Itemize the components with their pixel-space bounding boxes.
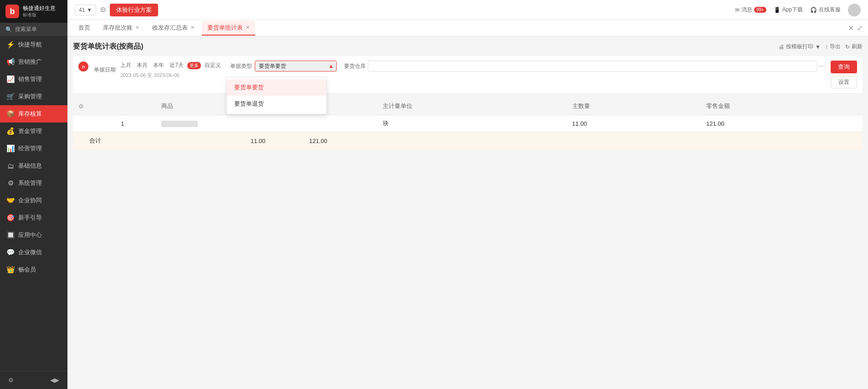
date-btn-last-month[interactable]: 上月 bbox=[118, 61, 133, 70]
page-content: 要货单统计表(按商品) 🖨 按模板打印 ▼ ↑ 导出 ↻ 刷新 » bbox=[67, 36, 868, 389]
print-template-btn[interactable]: 🖨 按模板打印 ▼ bbox=[779, 43, 821, 51]
logo-text: 畅捷通好生意 标准版 bbox=[23, 5, 56, 18]
page-title-bar: 要货单统计表(按商品) 🖨 按模板打印 ▼ ↑ 导出 ↻ 刷新 bbox=[73, 42, 863, 51]
filter-settings-button[interactable]: 设置 bbox=[831, 76, 857, 88]
sidebar: b 畅捷通好生意 标准版 🔍 搜索菜单 ⚡ 快捷导航 📢 营销推广 📈 销售管理… bbox=[0, 0, 67, 389]
online-service-btn[interactable]: 🎧 在线客服 bbox=[810, 6, 841, 14]
message-btn[interactable]: ✉ 消息 99+ bbox=[735, 6, 766, 14]
warehouse-filter: 要货仓库 ··· bbox=[344, 61, 825, 72]
header-settings-icon[interactable]: ⚙ bbox=[100, 5, 106, 14]
sidebar-item-system[interactable]: ⚙ 系统管理 bbox=[0, 174, 67, 192]
date-group: 上月 本月 本年 近7天 更多 自定义 2023-05-06 至 2023-06… bbox=[118, 61, 223, 79]
filter-expand-btn[interactable]: » bbox=[78, 61, 88, 72]
sidebar-item-marketing[interactable]: 📢 营销推广 bbox=[0, 53, 67, 71]
logo-icon: b bbox=[5, 5, 19, 18]
filter-actions: 查询 设置 bbox=[831, 61, 857, 88]
main-area: 41 ▼ ⚙ 体验行业方案 ✉ 消息 99+ 📱 App下载 🎧 在线客服 bbox=[67, 0, 868, 389]
sidebar-item-guide[interactable]: 🎯 新手引导 bbox=[0, 209, 67, 226]
export-btn[interactable]: ↑ 导出 bbox=[825, 43, 841, 51]
sidebar-item-basic-info[interactable]: 🗂 基础信息 bbox=[0, 157, 67, 174]
purchase-icon: 🛒 bbox=[6, 92, 15, 101]
date-btn-this-year[interactable]: 本年 bbox=[151, 61, 166, 70]
table-head: ⚙ 商品 主计量单位 主数量 零售金额 bbox=[73, 97, 863, 115]
sidebar-search[interactable]: 🔍 搜索菜单 bbox=[0, 23, 67, 36]
col-settings-gear-icon[interactable]: ⚙ bbox=[78, 103, 84, 110]
type-select[interactable]: -- 要货单要货 要货单退货 bbox=[255, 61, 337, 72]
warehouse-input[interactable] bbox=[368, 61, 817, 72]
sidebar-item-enterprise[interactable]: 🤝 企业协同 bbox=[0, 192, 67, 209]
type-select-wrap: -- 要货单要货 要货单退货 ▲ bbox=[255, 61, 337, 72]
tab-order-summary[interactable]: 要货单统计表 ✕ bbox=[202, 21, 255, 36]
trial-button[interactable]: 体验行业方案 bbox=[110, 4, 158, 16]
operations-icon: 📊 bbox=[6, 144, 15, 153]
date-shortcuts: 上月 本月 本年 近7天 更多 自定义 bbox=[118, 61, 223, 70]
query-button[interactable]: 查询 bbox=[831, 61, 857, 73]
sales-icon: 📈 bbox=[6, 75, 15, 83]
data-table: ⚙ 商品 主计量单位 主数量 零售金额 1 bbox=[73, 97, 863, 132]
dropdown-item-order-return[interactable]: 要货单退货 bbox=[227, 96, 326, 112]
dropdown-item-order-delivery[interactable]: 要货单要货 bbox=[227, 79, 326, 96]
sidebar-item-inventory[interactable]: 📦 库存核算 bbox=[0, 105, 67, 123]
quick-nav-icon: ⚡ bbox=[6, 41, 15, 49]
sidebar-settings-btn[interactable]: ⚙ bbox=[6, 375, 15, 385]
app-download-btn[interactable]: 📱 App下载 bbox=[774, 6, 803, 14]
sidebar-item-operations[interactable]: 📊 经营管理 bbox=[0, 140, 67, 157]
table-body: 1 块 11.00 121.00 bbox=[73, 115, 863, 132]
tab-home[interactable]: 首页 bbox=[73, 21, 96, 36]
table-row: 1 块 11.00 121.00 bbox=[73, 115, 863, 132]
tab-maximize[interactable]: ⤢ bbox=[857, 24, 863, 32]
warehouse-more-icon[interactable]: ··· bbox=[819, 62, 825, 70]
sidebar-item-app-center[interactable]: 🔲 应用中心 bbox=[0, 226, 67, 244]
marketing-icon: 📢 bbox=[6, 58, 15, 66]
finance-icon: 💰 bbox=[6, 127, 15, 135]
refresh-btn[interactable]: ↻ 刷新 bbox=[845, 43, 863, 51]
cell-amount: 121.00 bbox=[701, 115, 863, 132]
date-filter: 单据日期 上月 本月 本年 近7天 更多 自定义 2023-05-06 至 20… bbox=[94, 61, 223, 79]
cell-rownum: 1 bbox=[89, 115, 156, 132]
export-icon: ↑ bbox=[825, 44, 828, 50]
col-rownum-header bbox=[89, 97, 156, 115]
date-range-text: 2023-05-06 至 2023-06-06 bbox=[118, 72, 223, 79]
type-dropdown-menu: 要货单要货 要货单退货 bbox=[226, 77, 327, 114]
sidebar-item-finance[interactable]: 💰 资金管理 bbox=[0, 123, 67, 140]
corp-wechat-icon: 💬 bbox=[6, 248, 15, 256]
basic-info-icon: 🗂 bbox=[6, 162, 15, 170]
app-logo: b 畅捷通好生意 标准版 bbox=[0, 0, 67, 23]
tab-bar-right: ✕ ⤢ bbox=[848, 24, 863, 32]
col-settings-header: ⚙ bbox=[73, 97, 89, 115]
enterprise-icon: 🤝 bbox=[6, 196, 15, 205]
tab-close-order-summary[interactable]: ✕ bbox=[246, 25, 250, 31]
date-btn-this-month[interactable]: 本月 bbox=[135, 61, 149, 70]
sidebar-collapse-btn[interactable]: ◀▶ bbox=[48, 375, 61, 385]
membership-icon: 👑 bbox=[6, 266, 15, 274]
filter-card: » 单据日期 上月 本月 本年 近7天 更多 自定义 202 bbox=[73, 56, 863, 93]
date-more-badge[interactable]: 更多 bbox=[187, 62, 201, 69]
guide-icon: 🎯 bbox=[6, 214, 15, 222]
refresh-icon: ↻ bbox=[845, 44, 850, 50]
sidebar-item-corp-wechat[interactable]: 💬 企业微信 bbox=[0, 244, 67, 261]
summary-amount: 121.00 bbox=[309, 138, 328, 144]
tab-receivable-summary[interactable]: 收发存汇总表 ✕ bbox=[147, 21, 200, 36]
store-selector[interactable]: 41 ▼ bbox=[75, 5, 96, 15]
tab-bar: 首页 库存批次账 ✕ 收发存汇总表 ✕ 要货单统计表 ✕ ✕ ⤢ bbox=[67, 20, 868, 36]
cell-unit: 块 bbox=[377, 115, 567, 132]
user-avatar[interactable] bbox=[848, 4, 861, 16]
tab-close-all[interactable]: ✕ bbox=[848, 24, 854, 32]
tab-close-receivable-summary[interactable]: ✕ bbox=[190, 25, 195, 31]
phone-icon: 📱 bbox=[774, 7, 781, 13]
product-placeholder bbox=[161, 121, 198, 127]
sidebar-item-purchase[interactable]: 🛒 采购管理 bbox=[0, 88, 67, 105]
dropdown-arrow-icon: ▼ bbox=[87, 7, 92, 13]
system-icon: ⚙ bbox=[6, 179, 15, 187]
printer-icon: 🖨 bbox=[779, 44, 784, 50]
date-btn-last-7-days[interactable]: 近7天 bbox=[168, 61, 185, 70]
date-btn-custom[interactable]: 自定义 bbox=[203, 61, 223, 70]
page-actions: 🖨 按模板打印 ▼ ↑ 导出 ↻ 刷新 bbox=[779, 43, 863, 51]
sidebar-item-sales[interactable]: 📈 销售管理 bbox=[0, 71, 67, 88]
tab-inventory-batch[interactable]: 库存批次账 ✕ bbox=[98, 21, 145, 36]
sidebar-item-membership[interactable]: 👑 畅会员 bbox=[0, 261, 67, 278]
tab-close-inventory-batch[interactable]: ✕ bbox=[135, 25, 139, 31]
sidebar-item-quick-nav[interactable]: ⚡ 快捷导航 bbox=[0, 36, 67, 53]
summary-label-text: 合计 bbox=[89, 137, 101, 145]
inventory-icon: 📦 bbox=[6, 110, 15, 118]
